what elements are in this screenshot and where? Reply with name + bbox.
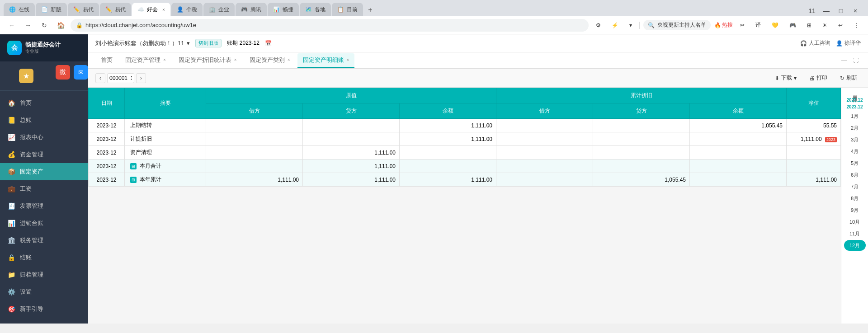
tab-label: 各地	[315, 6, 326, 14]
period-month-9[interactable]: 9月	[844, 205, 866, 216]
mail-icon[interactable]: ✉	[74, 65, 88, 80]
new-tab-button[interactable]: +	[364, 4, 377, 16]
browser-tab-gedi[interactable]: 🗺️ 各地	[300, 3, 331, 16]
period-month-10[interactable]: 10月	[844, 216, 866, 227]
page-number-input[interactable]	[107, 73, 134, 83]
close-browser-button[interactable]: ×	[850, 5, 861, 16]
next-page-button[interactable]: ›	[136, 73, 146, 83]
search-icon: 🔍	[648, 22, 655, 28]
browser-tab-yidai2[interactable]: ✏️ 易代	[100, 3, 131, 16]
lightning-button[interactable]: ⚡	[608, 20, 622, 30]
period-month-5[interactable]: 5月	[844, 158, 866, 169]
page-navigation: ‹ ›	[95, 73, 146, 83]
wallet-button[interactable]: 💛	[768, 20, 782, 30]
hot-search-label: 热搜	[722, 21, 733, 29]
sidebar-label-ledger: 总账	[20, 116, 32, 124]
tab-action-11[interactable]: 11	[807, 5, 817, 16]
undo-button[interactable]: ↩	[835, 20, 846, 30]
cell-date: 2023-12	[89, 159, 125, 173]
game-button[interactable]: 🎮	[786, 20, 800, 30]
sidebar-item-inventory[interactable]: 📊 进销台账	[0, 215, 88, 232]
tab-fixed-mgmt-close[interactable]: ×	[163, 57, 166, 62]
period-month-6[interactable]: 6月	[844, 169, 866, 180]
tab-fixed-detail-close[interactable]: ×	[347, 57, 349, 62]
favorites-button[interactable]: ★	[19, 69, 33, 83]
period-month-1[interactable]: 1月	[844, 111, 866, 122]
sidebar-label-inventory: 进销台账	[20, 219, 43, 227]
extensions-button[interactable]: ⚙	[592, 20, 604, 30]
maximize-pane-button[interactable]: ⛶	[851, 56, 861, 66]
sidebar-item-settings[interactable]: ⚙️ 设置	[0, 283, 88, 300]
calendar-icon[interactable]: 📅	[265, 40, 272, 47]
company-dropdown-icon[interactable]: ▾	[187, 40, 190, 47]
browser-tab-muqian[interactable]: 📋 目前	[332, 3, 363, 16]
period-month-8[interactable]: 8月	[844, 193, 866, 204]
download-button[interactable]: ⬇ 下载 ▾	[771, 72, 800, 84]
tab-fixed-dep-close[interactable]: ×	[234, 57, 237, 62]
sidebar-item-archive[interactable]: 📁 归档管理	[0, 266, 88, 283]
browser-tab-online[interactable]: 🌐 在线	[4, 3, 35, 16]
refresh-button[interactable]: ↻ 刷新	[836, 72, 861, 84]
tab-close-icon[interactable]: ×	[162, 7, 165, 12]
minimize-pane-button[interactable]: —	[839, 56, 849, 66]
reload-button[interactable]: ↻	[38, 19, 51, 32]
sidebar-item-closing[interactable]: 🔒 结账	[0, 249, 88, 266]
period-selector-label: 期间选择	[851, 89, 859, 97]
sidebar-item-funds[interactable]: 💰 资金管理	[0, 146, 88, 163]
tab-fixed-detail[interactable]: 固定资产明细账 ×	[297, 53, 355, 68]
dropdown-button[interactable]: ▾	[626, 20, 636, 30]
sidebar-item-reports[interactable]: 📈 报表中心	[0, 129, 88, 146]
tab-fixed-cat[interactable]: 固定资产类别 ×	[244, 53, 296, 68]
sidebar-item-ledger[interactable]: 📒 总账	[0, 112, 88, 129]
print-button[interactable]: 🖨 打印	[806, 72, 831, 84]
forward-button[interactable]: →	[22, 19, 34, 32]
human-service-button[interactable]: 🎧 人工咨询	[800, 39, 830, 47]
browser-tab-haohui[interactable]: ☁️ 好会 ×	[132, 3, 170, 16]
tab-fixed-dep[interactable]: 固定资产折旧统计表 ×	[173, 53, 242, 68]
hot-search-badge[interactable]: 🔥 热搜	[714, 21, 733, 29]
browser-tab-enterprise[interactable]: 🏢 企业	[203, 3, 235, 16]
browser-search[interactable]: 🔍 央视更新主持人名单	[643, 20, 711, 30]
maximize-browser-button[interactable]: □	[835, 5, 846, 16]
sidebar-item-fixed-assets[interactable]: 📦 固定资产	[0, 163, 88, 180]
prev-page-button[interactable]: ‹	[95, 73, 105, 83]
browser-tab-changjie[interactable]: 📊 畅捷	[268, 3, 299, 16]
browser-tab-new[interactable]: 📄 新版	[36, 3, 67, 16]
header-actions: 🎧 人工咨询 👤 徐译华	[800, 39, 861, 47]
period-month-7[interactable]: 7月	[844, 181, 866, 192]
sidebar-item-tax[interactable]: 🏛️ 税务管理	[0, 232, 88, 249]
browser-tab-yidai1[interactable]: ✏️ 易代	[68, 3, 99, 16]
sidebar-item-home[interactable]: 🏠 首页	[0, 94, 88, 112]
period-month-3[interactable]: 3月	[844, 134, 866, 145]
minimize-browser-button[interactable]: —	[821, 5, 832, 16]
sidebar-item-payroll[interactable]: 💼 工资	[0, 180, 88, 197]
brightness-button[interactable]: ☀	[819, 20, 831, 30]
period-month-2[interactable]: 2月	[844, 122, 866, 133]
browser-tab-geshui[interactable]: 👤 个税	[171, 3, 203, 16]
tab-fixed-mgmt[interactable]: 固定资产管理 ×	[120, 53, 171, 68]
back-button[interactable]: ←	[5, 19, 18, 32]
company-selector[interactable]: 刘小艳演示账套（勿删勿动！）11 ▾	[95, 39, 190, 47]
scissors-button[interactable]: ✂	[736, 20, 748, 30]
sidebar-label-payroll: 工资	[20, 185, 32, 193]
period-month-4[interactable]: 4月	[844, 146, 866, 157]
sidebar-item-invoice[interactable]: 🧾 发票管理	[0, 197, 88, 215]
tab-label: 个税	[186, 6, 197, 14]
tab-home[interactable]: 首页	[95, 53, 118, 68]
period-month-11[interactable]: 11月	[844, 228, 866, 239]
more-button[interactable]: ⋮	[850, 20, 863, 30]
home-button[interactable]: 🏠	[54, 19, 67, 32]
user-profile-button[interactable]: 👤 徐译华	[836, 39, 861, 47]
period-date-start: 2023.12	[845, 97, 863, 103]
translate-button[interactable]: 译	[752, 19, 764, 31]
switch-version-button[interactable]: 切到旧版	[195, 39, 222, 47]
weibo-icon[interactable]: 微	[56, 65, 70, 80]
tab-fixed-dep-label: 固定资产折旧统计表	[179, 56, 231, 64]
sidebar-item-guide[interactable]: 🎯 新手引导	[0, 300, 88, 318]
print-label: 打印	[816, 74, 827, 82]
period-month-12[interactable]: 12月	[844, 240, 866, 251]
grid-button[interactable]: ⊞	[803, 20, 815, 30]
tab-fixed-cat-close[interactable]: ×	[288, 57, 290, 62]
browser-tab-tencent[interactable]: 🎮 腾讯	[236, 3, 267, 16]
url-input[interactable]: 🔒 https://cloud.chanjet.com/accounting/u…	[71, 19, 589, 32]
